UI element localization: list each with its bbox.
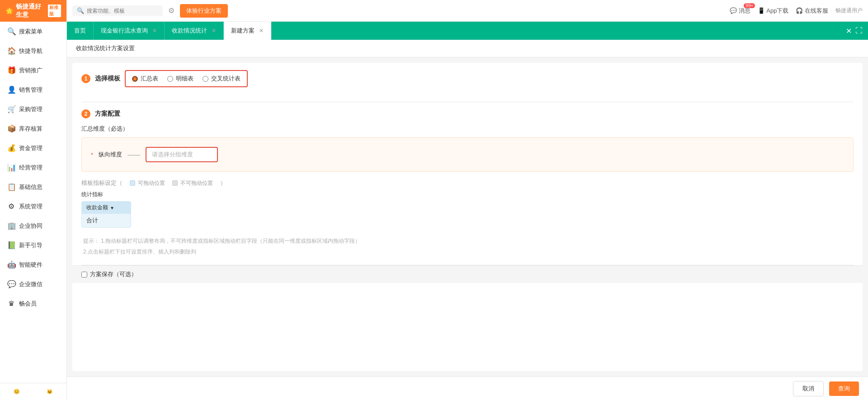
- tab-label-bank-flow: 现金银行流水查询: [101, 27, 148, 35]
- main-area: 🔍 ⚙ 体验行业方案 💬 消息 99+ 📱 App下载 🎧 在线客服 畅捷通用户…: [67, 0, 868, 400]
- message-icon: 💬: [730, 7, 737, 14]
- sidebar-label-quick-nav: 快捷导航: [19, 47, 42, 55]
- tab-close-receipt-stats[interactable]: ✕: [212, 28, 216, 34]
- edition-badge: 标准版: [48, 5, 61, 17]
- sidebar-icon-quick-nav: 🏠: [7, 47, 15, 55]
- save-option-checkbox[interactable]: 方案保存（可选）: [81, 270, 137, 278]
- sidebar-label-newbie: 新手引导: [19, 241, 42, 249]
- radio-detail-label: 明细表: [176, 75, 193, 83]
- tab-home[interactable]: 首页: [67, 22, 94, 40]
- sidebar-item-enterprise[interactable]: 🏢企业协同: [0, 216, 66, 235]
- search-input[interactable]: [87, 8, 150, 14]
- gear-icon[interactable]: ⚙: [168, 6, 175, 15]
- sidebar-item-inventory[interactable]: 📦库存核算: [0, 119, 66, 138]
- app-download-btn[interactable]: 📱 App下载: [758, 7, 788, 15]
- sidebar-label-finance: 资金管理: [19, 144, 42, 152]
- radio-cross[interactable]: 交叉统计表: [203, 75, 241, 83]
- app-label: App下载: [766, 7, 788, 14]
- sidebar-nav: 🔍搜索菜单🏠快捷导航🎁营销推广👤销售管理🛒采购管理📦库存核算💰资金管理📊经营管理…: [0, 22, 66, 383]
- message-btn[interactable]: 💬 消息 99+: [730, 7, 750, 15]
- search-icon: 🔍: [77, 7, 84, 14]
- sidebar-item-quick-nav[interactable]: 🏠快捷导航: [0, 41, 66, 61]
- tabbar: 首页现金银行流水查询✕收款情况统计✕新建方案✕✕⛶: [67, 22, 868, 40]
- tab-label-receipt-stats: 收款情况统计: [172, 27, 207, 35]
- sidebar-item-newbie[interactable]: 📗新手引导: [0, 235, 66, 255]
- step2-badge: 2: [81, 109, 90, 118]
- close-window-icon[interactable]: ✕: [846, 27, 852, 35]
- sidebar-icon-weixin: 💬: [7, 280, 15, 288]
- sidebar-icon-purchase: 🛒: [7, 105, 15, 113]
- service-btn[interactable]: 🎧 在线客服: [796, 7, 828, 15]
- sidebar-icon-smart-hw: 🤖: [7, 260, 15, 269]
- stat-label: 统计指标: [81, 191, 854, 198]
- indicator-col-body: 合计: [82, 214, 131, 227]
- sidebar-icon-system: ⚙: [7, 202, 15, 211]
- maximize-icon[interactable]: ⛶: [855, 27, 863, 35]
- footer-section: 方案保存（可选）: [72, 265, 863, 283]
- cancel-button[interactable]: 取消: [793, 381, 824, 396]
- sidebar-item-sales[interactable]: 👤销售管理: [0, 80, 66, 99]
- tab-label-new-plan: 新建方案: [231, 27, 255, 35]
- tab-close-new-plan[interactable]: ✕: [259, 28, 264, 34]
- step2-section: 2 方案配置 汇总维度（必选） * 纵向维度 —— 请选择分组维度: [72, 102, 863, 265]
- tab-receipt-stats[interactable]: 收款情况统计✕: [165, 22, 224, 40]
- sidebar-label-marketing: 营销推广: [19, 66, 42, 75]
- sidebar-icon-sales: 👤: [7, 85, 15, 94]
- username-label: 畅捷通用户: [835, 7, 863, 14]
- indicator-section: 模板指标设定（ 可拖动位置 不可拖动位置 ） 统计指标: [81, 179, 854, 229]
- legend-dot-gray: [172, 180, 178, 186]
- indicator-col-header[interactable]: 收款金额 ▾: [82, 202, 131, 214]
- sidebar-icon-operations: 📊: [7, 163, 15, 172]
- sidebar-label-member: 畅会员: [19, 300, 37, 308]
- sidebar-item-basic-info[interactable]: 📋基础信息: [0, 177, 66, 197]
- radio-cross-input[interactable]: [203, 76, 208, 82]
- step1-badge: 1: [81, 74, 90, 83]
- sidebar-icon-member: ♛: [7, 299, 15, 308]
- tab-new-plan[interactable]: 新建方案✕: [224, 22, 271, 40]
- sidebar-item-system[interactable]: ⚙系统管理: [0, 197, 66, 216]
- search-box[interactable]: 🔍: [72, 5, 163, 16]
- sidebar-item-smart-hw[interactable]: 🤖智能硬件: [0, 255, 66, 274]
- sidebar-item-finance[interactable]: 💰资金管理: [0, 138, 66, 158]
- sidebar-icon-enterprise: 🏢: [7, 221, 15, 230]
- app-icon: 📱: [758, 7, 765, 14]
- sidebar-item-marketing[interactable]: 🎁营销推广: [0, 61, 66, 80]
- sidebar-icon-basic-info: 📋: [7, 183, 15, 191]
- sidebar-item-search-menu[interactable]: 🔍搜索菜单: [0, 22, 66, 41]
- page-title: 收款情况统计方案设置: [76, 45, 135, 52]
- sidebar-icon-finance: 💰: [7, 144, 15, 152]
- radio-summary-input[interactable]: [132, 76, 138, 82]
- sidebar-label-sales: 销售管理: [19, 86, 42, 94]
- sidebar-item-weixin[interactable]: 💬企业微信: [0, 274, 66, 294]
- sidebar-icon-inventory: 📦: [7, 124, 15, 133]
- indicator-header-close: ）: [220, 179, 226, 187]
- legend-fixed: 不可拖动位置: [172, 179, 213, 187]
- topbar-right: 💬 消息 99+ 📱 App下载 🎧 在线客服 畅捷通用户: [730, 7, 863, 15]
- tab-bank-flow[interactable]: 现金银行流水查询✕: [94, 22, 165, 40]
- sidebar-avatar2[interactable]: 🐱: [45, 387, 55, 396]
- radio-detail-input[interactable]: [167, 76, 173, 82]
- step1-section: 1 选择模板 汇总表 明细表 交叉统计表: [72, 63, 863, 102]
- tab-close-bank-flow[interactable]: ✕: [152, 28, 157, 34]
- sidebar-label-enterprise: 企业协同: [19, 222, 42, 230]
- tip-line-2: 2.点击标题栏下拉可设置排序、插入列和删除列: [83, 247, 852, 257]
- sidebar-item-member[interactable]: ♛畅会员: [0, 294, 66, 313]
- sidebar-logo: 🌟 畅捷通好生意 标准版: [0, 0, 66, 22]
- template-radio-group: 汇总表 明细表 交叉统计表: [125, 70, 248, 87]
- sidebar: 🌟 畅捷通好生意 标准版 🔍搜索菜单🏠快捷导航🎁营销推广👤销售管理🛒采购管理📦库…: [0, 0, 67, 400]
- sidebar-label-smart-hw: 智能硬件: [19, 261, 42, 269]
- sidebar-item-purchase[interactable]: 🛒采购管理: [0, 99, 66, 119]
- radio-detail[interactable]: 明细表: [167, 75, 193, 83]
- dim-arrow-icon: ——: [127, 151, 140, 158]
- logo-icon: 🌟: [5, 7, 13, 14]
- save-checkbox-input[interactable]: [81, 272, 87, 278]
- summary-dim-label: 汇总维度（必选）: [81, 125, 854, 133]
- chevron-down-icon: ▾: [111, 205, 113, 211]
- sidebar-avatar1[interactable]: 😊: [12, 387, 22, 396]
- query-button[interactable]: 查询: [829, 381, 859, 396]
- radio-summary[interactable]: 汇总表: [132, 75, 158, 83]
- dim-select-box[interactable]: 请选择分组维度: [146, 147, 218, 162]
- dim-required-star: *: [91, 151, 93, 158]
- sidebar-item-operations[interactable]: 📊经营管理: [0, 158, 66, 177]
- trial-button[interactable]: 体验行业方案: [180, 4, 228, 18]
